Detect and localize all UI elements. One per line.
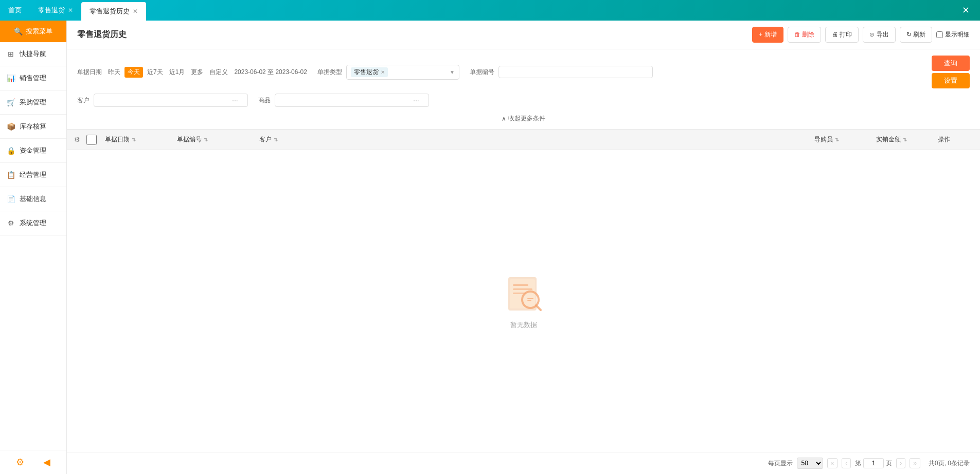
table-area: ⚙ 单据日期 ⇅ 单据编号 ⇅ 客户 ⇅ 导购员 ⇅ (67, 130, 980, 452)
sidebar-item-sys-mgmt[interactable]: ⚙ 系统管理 (0, 211, 66, 235)
finance-label: 资金管理 (20, 146, 46, 155)
action-buttons: 查询 设置 (932, 56, 970, 88)
print-button[interactable]: 🖨 打印 (825, 27, 859, 43)
date-1month-btn[interactable]: 近1月 (167, 67, 187, 78)
collapse-sidebar-icon[interactable]: ◀ (43, 457, 50, 468)
col-header-amount[interactable]: 实销金额 ⇅ (872, 135, 934, 144)
sidebar-item-purchase-mgmt[interactable]: 🛒 采购管理 (0, 90, 66, 115)
sidebar-item-sales-mgmt[interactable]: 📊 销售管理 (0, 66, 66, 90)
inventory-icon: 📦 (6, 122, 15, 131)
empty-icon (501, 273, 547, 314)
tab-retail-return-history-label: 零售退货历史 (90, 7, 130, 16)
col-header-action: 操作 (934, 135, 975, 144)
col-amount-label: 实销金额 (876, 135, 901, 144)
table-settings-icon[interactable]: ⚙ (72, 134, 82, 145)
table-header-row: ⚙ 单据日期 ⇅ 单据编号 ⇅ 客户 ⇅ 导购员 ⇅ (67, 130, 980, 150)
col-guide-sort-icon: ⇅ (835, 137, 839, 142)
refresh-button[interactable]: ↻ 刷新 (900, 27, 932, 43)
export-button[interactable]: ⊙ 导出 (863, 27, 895, 43)
date-more-btn[interactable]: 更多 (189, 67, 205, 78)
sidebar-item-quick-nav[interactable]: ⊞ 快捷导航 (0, 42, 66, 66)
col-amount-sort-icon: ⇅ (903, 137, 907, 142)
sidebar-item-finance[interactable]: 🔒 资金管理 (0, 139, 66, 163)
date-yesterday-btn[interactable]: 昨天 (106, 67, 122, 78)
date-custom-btn[interactable]: 自定义 (207, 67, 230, 78)
goods-filter: 商品 ··· (258, 94, 429, 107)
tab-retail-return-history-close[interactable]: ✕ (133, 8, 138, 15)
col-date-sort-icon: ⇅ (132, 137, 136, 142)
sys-mgmt-label: 系统管理 (20, 218, 46, 228)
tab-retail-return[interactable]: 零售退货 ✕ (30, 0, 81, 21)
sidebar-item-ops-mgmt[interactable]: 📋 经营管理 (0, 163, 66, 187)
col-customer-label: 客户 (259, 135, 272, 144)
goods-label: 商品 (258, 96, 271, 105)
page-prev-button[interactable]: ‹ (842, 458, 851, 468)
filter-row-1: 单据日期 昨天 今天 近7天 近1月 更多 自定义 2023-06-02 至 2… (77, 56, 970, 88)
per-page-label: 每页显示 (768, 459, 793, 468)
page-next-button[interactable]: › (896, 458, 905, 468)
col-action-label: 操作 (938, 135, 950, 144)
collapse-btn-label: 收起更多条件 (508, 114, 545, 123)
new-button[interactable]: + 新增 (752, 27, 783, 43)
query-button[interactable]: 查询 (932, 56, 970, 71)
settings-bottom-icon[interactable]: ⚙ (16, 457, 24, 468)
col-header-customer[interactable]: 客户 ⇅ (255, 135, 810, 144)
date-today-btn[interactable]: 今天 (124, 67, 143, 78)
purchase-mgmt-icon: 🛒 (6, 98, 15, 107)
goods-ellipsis-button[interactable]: ··· (413, 96, 419, 104)
page-number-input[interactable] (863, 458, 884, 468)
date-filter: 单据日期 昨天 今天 近7天 近1月 更多 自定义 2023-06-02 至 2… (77, 67, 307, 78)
doc-type-select-arrow: ▼ (450, 69, 455, 75)
delete-button[interactable]: 🗑 删除 (788, 27, 821, 43)
col-header-no[interactable]: 单据编号 ⇅ (173, 135, 255, 144)
customer-ellipsis-button[interactable]: ··· (232, 96, 238, 104)
tab-home[interactable]: 首页 (0, 0, 30, 21)
sidebar-bottom: ⚙ ◀ (0, 450, 66, 474)
content-area: 零售退货历史 + 新增 🗑 删除 🖨 打印 ⊙ 导出 ↻ 刷新 显示明细 单据日… (67, 21, 980, 474)
doc-no-input[interactable] (498, 66, 653, 78)
top-bar: 首页 零售退货 ✕ 零售退货历史 ✕ ✕ (0, 0, 980, 21)
sys-mgmt-icon: ⚙ (6, 218, 15, 228)
doc-type-label: 单据类型 (317, 68, 342, 77)
page-last-button[interactable]: » (910, 458, 920, 468)
show-detail-label: 显示明细 (945, 30, 970, 39)
select-all-checkbox[interactable] (86, 135, 97, 145)
page-go-label: 第 (855, 459, 861, 468)
customer-label: 客户 (77, 96, 90, 105)
svg-rect-3 (513, 288, 532, 290)
top-bar-right: ✕ (960, 3, 980, 18)
empty-text: 暂无数据 (510, 320, 537, 330)
page-header: 零售退货历史 + 新增 🗑 删除 🖨 打印 ⊙ 导出 ↻ 刷新 显示明细 (67, 21, 980, 49)
date-range-display: 2023-06-02 至 2023-06-02 (234, 68, 307, 77)
date-filter-label: 单据日期 (77, 68, 102, 77)
per-page-select[interactable]: 10 20 50 100 (797, 458, 823, 469)
col-header-guide[interactable]: 导购员 ⇅ (810, 135, 872, 144)
doc-type-tag-close[interactable]: ✕ (381, 69, 385, 75)
show-detail-checkbox-wrapper[interactable]: 显示明细 (936, 30, 970, 39)
date-shortcuts: 昨天 今天 近7天 近1月 更多 自定义 (106, 67, 230, 78)
date-7days-btn[interactable]: 近7天 (145, 67, 165, 78)
setting-button[interactable]: 设置 (932, 73, 970, 88)
empty-illustration (501, 273, 547, 314)
sidebar-item-basic-info[interactable]: 📄 基础信息 (0, 187, 66, 211)
svg-line-7 (536, 305, 541, 310)
basic-info-icon: 📄 (6, 194, 15, 204)
search-menu-button[interactable]: 🔍 搜索菜单 (0, 21, 66, 42)
goods-input[interactable] (279, 97, 413, 104)
total-info: 共0页, 0条记录 (929, 459, 970, 468)
doc-type-select[interactable]: 零售退货 ✕ ▼ (346, 65, 459, 80)
search-icon: 🔍 (14, 27, 23, 35)
col-header-date[interactable]: 单据日期 ⇅ (101, 135, 173, 144)
show-detail-checkbox[interactable] (936, 31, 943, 38)
sidebar-item-inventory[interactable]: 📦 库存核算 (0, 115, 66, 139)
quick-nav-label: 快捷导航 (20, 49, 46, 59)
tab-retail-return-history[interactable]: 零售退货历史 ✕ (81, 2, 146, 21)
page-first-button[interactable]: « (827, 458, 838, 468)
sales-mgmt-icon: 📊 (6, 74, 15, 83)
window-close-button[interactable]: ✕ (960, 3, 972, 18)
tab-retail-return-close[interactable]: ✕ (68, 7, 73, 14)
customer-input[interactable] (98, 97, 232, 104)
pagination: 每页显示 10 20 50 100 « ‹ 第 页 › » 共0页, 0条记录 (67, 452, 980, 474)
collapse-filter-button[interactable]: ∧ 收起更多条件 (502, 114, 545, 123)
collapse-row: ∧ 收起更多条件 (77, 112, 970, 123)
